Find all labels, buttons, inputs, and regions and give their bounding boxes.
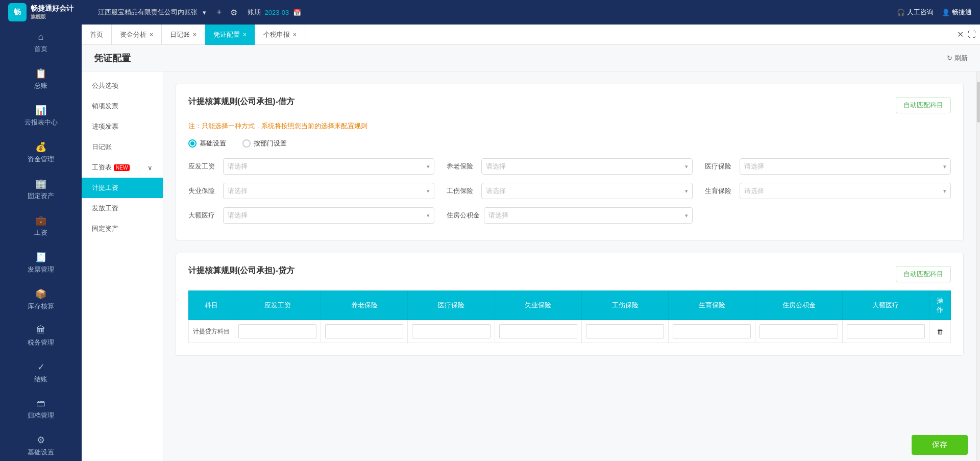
left-nav-sales[interactable]: 销项发票 [82,96,163,116]
page-title: 凭证配置 [94,52,131,64]
user-info[interactable]: 👤 畅捷通 [942,8,972,17]
content-area: 首页 资金分析 × 日记账 × 凭证配置 × 个税申报 × ✕ ⛶ [82,25,980,461]
sidebar-label-funds: 资金管理 [28,155,54,164]
td-maternity[interactable] [669,320,755,343]
auto-match-btn-debit[interactable]: 自动匹配科目 [896,97,951,113]
left-nav-purchase[interactable]: 进项发票 [82,116,163,137]
left-nav-calc-salary[interactable]: 计提工资 [82,178,163,198]
maternity-placeholder: 请选择 [744,186,764,196]
funds-icon: 💰 [35,141,46,153]
input-pension[interactable] [325,324,403,338]
td-salary[interactable] [234,320,321,343]
tab-funds[interactable]: 资金分析 × [112,25,162,45]
form-select-injury[interactable]: 请选择 ▾ [481,183,693,199]
company-selector[interactable]: 江西服宝精品有限责任公司内账张 ▾ [98,8,206,17]
radio-basic-circle [188,139,197,148]
th-unemployment: 失业保险 [495,291,581,320]
form-select-pension[interactable]: 请选择 ▾ [481,158,693,175]
sidebar-label-salary: 工资 [34,228,47,237]
form-select-maternity[interactable]: 请选择 ▾ [740,183,951,199]
bottom-spacer [176,368,964,399]
td-unemployment[interactable] [495,320,581,343]
td-big-medical[interactable] [842,320,929,343]
radio-dept[interactable]: 按部门设置 [242,139,287,148]
big-medical-placeholder: 请选择 [228,211,248,220]
form-label-housing: 住房公积金 [447,211,480,220]
sidebar-label-home: 首页 [34,44,47,54]
expand-icon[interactable]: ⛶ [968,30,976,39]
tab-tax-close-icon[interactable]: × [293,31,297,38]
input-medical[interactable] [412,324,490,338]
input-maternity[interactable] [673,324,751,338]
save-button[interactable]: 保存 [912,435,968,455]
sidebar-item-assets[interactable]: 🏢 固定资产 [0,171,82,208]
sidebar-item-settings[interactable]: ⚙ 基础设置 [0,427,82,461]
sidebar-item-tax[interactable]: 🏛 税务管理 [0,318,82,354]
tab-journal-close-icon[interactable]: × [193,31,197,38]
sidebar-item-invoice[interactable]: 🧾 发票管理 [0,245,82,281]
sidebar-item-funds[interactable]: 💰 资金管理 [0,134,82,171]
form-select-medical[interactable]: 请选择 ▾ [740,158,951,175]
td-medical[interactable] [408,320,495,343]
form-item-big-medical: 大额医疗 请选择 ▾ [188,207,434,224]
form-label-salary: 应发工资 [188,162,219,171]
form-select-unemployment[interactable]: 请选择 ▾ [223,183,434,199]
tab-tax[interactable]: 个税申报 × [255,25,305,45]
period-value[interactable]: 2023-03 [265,9,289,16]
left-nav-pay-salary[interactable]: 发放工资 [82,198,163,219]
sidebar-item-archive[interactable]: 🗃 归档管理 [0,391,82,427]
sidebar-item-home[interactable]: ⌂ 首页 [0,25,82,61]
account-info: 江西服宝精品有限责任公司内账张 ▾ + ⚙ 账期 2023-03 📅 [98,7,301,18]
form-select-salary[interactable]: 请选择 ▾ [223,158,434,175]
salary-arrow-icon: ▾ [427,163,430,170]
sidebar-item-close[interactable]: ✓ 结账 [0,354,82,391]
close-all-icon[interactable]: ✕ [957,30,964,39]
sidebar-item-salary[interactable]: 💼 工资 [0,208,82,245]
left-nav-salary-table[interactable]: 工资表 NEW ∨ [82,157,163,178]
form-select-big-medical[interactable]: 请选择 ▾ [223,207,434,224]
th-salary: 应发工资 [234,291,321,320]
service-btn[interactable]: 🎧 人工咨询 [897,8,934,17]
td-injury[interactable] [581,320,668,343]
left-nav-public[interactable]: 公共选项 [82,76,163,96]
right-scrollbar[interactable] [976,71,980,461]
scrollbar-thumb[interactable] [977,82,980,123]
add-account-icon[interactable]: + [216,7,222,18]
tab-home[interactable]: 首页 [82,25,112,45]
td-housing[interactable] [755,320,842,343]
td-row-label: 计提贷方科目 [189,320,234,343]
tab-funds-close-icon[interactable]: × [150,31,153,38]
tab-voucher-close-icon[interactable]: × [243,31,247,38]
input-housing[interactable] [760,324,838,338]
input-unemployment[interactable] [499,324,577,338]
radio-basic-label: 基础设置 [200,139,226,148]
save-bar: 保存 [899,429,980,461]
tab-voucher[interactable]: 凭证配置 × [205,25,255,45]
left-nav: 公共选项 销项发票 进项发票 日记账 工资表 NEW ∨ 计提工资 发放工资 固… [82,71,163,461]
archive-icon: 🗃 [36,398,45,409]
input-salary[interactable] [238,324,316,338]
calendar-icon[interactable]: 📅 [293,9,301,16]
radio-dept-circle [242,139,251,148]
medical-arrow-icon: ▾ [943,163,946,170]
td-pension[interactable] [321,320,408,343]
td-action[interactable]: 🗑 [929,320,950,343]
form-select-housing[interactable]: 请选择 ▾ [484,207,693,224]
th-subject: 科目 [189,291,234,320]
radio-basic[interactable]: 基础设置 [188,139,226,148]
settings-icon[interactable]: ⚙ [230,8,237,17]
refresh-btn[interactable]: ↻ 刷新 [947,54,968,63]
sidebar-item-inventory[interactable]: 📦 库存核算 [0,281,82,318]
input-big-medical[interactable] [847,324,925,338]
left-nav-fixed-assets[interactable]: 固定资产 [82,219,163,239]
sidebar-item-reports[interactable]: 📊 云报表中心 [0,98,82,134]
tab-journal[interactable]: 日记账 × [162,25,205,45]
left-nav-journal[interactable]: 日记账 [82,137,163,157]
input-injury[interactable] [586,324,664,338]
form-label-injury: 工伤保险 [447,186,477,196]
delete-icon[interactable]: 🗑 [937,328,943,335]
sidebar-item-ledger[interactable]: 📋 总账 [0,61,82,98]
section2-title: 计提核算规则(公司承担)-贷方 [188,265,295,276]
form-label-big-medical: 大额医疗 [188,211,219,220]
auto-match-btn-credit[interactable]: 自动匹配科目 [896,266,951,282]
